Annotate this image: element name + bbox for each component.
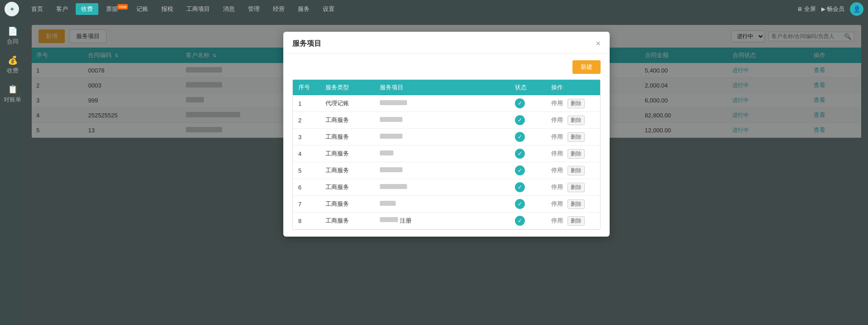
modal-row-no: 7 xyxy=(293,196,320,213)
service-modal: 服务项目 × 新建 序号 服务类型 xyxy=(283,32,610,237)
modal-row-item: ████ xyxy=(374,179,509,196)
fullscreen-btn[interactable]: 🖥 全屏 xyxy=(797,5,815,13)
nav-item-manage[interactable]: 管理 xyxy=(242,3,265,15)
stop-button[interactable]: 停用 xyxy=(551,100,563,107)
modal-row-actions: 停用 删除 xyxy=(546,129,600,146)
status-ok-icon: ✓ xyxy=(515,199,525,209)
top-navbar: ✦ 首页 客户 收费 票据 new 记账 报税 工商项目 消息 管理 经营 服务… xyxy=(0,0,868,18)
modal-table-wrap[interactable]: 序号 服务类型 服务项目 状态 操作 1 代理记账 xyxy=(292,79,601,230)
modal-row-no: 2 xyxy=(293,112,320,129)
modal-table-row: 7 工商服务 ██ ✓ 停用 删除 xyxy=(293,196,600,213)
status-ok-icon: ✓ xyxy=(515,216,525,226)
modal-row-status: ✓ xyxy=(509,146,546,162)
nav-item-customer[interactable]: 客户 xyxy=(51,3,73,15)
delete-button[interactable]: 删除 xyxy=(567,116,585,125)
modal-table-row: 3 工商服务 ████ ✓ 停用 删除 xyxy=(293,129,600,146)
sidebar-item-charge[interactable]: 💰 收费 xyxy=(1,52,24,78)
main-layout: 📄 合同 💰 收费 📋 对账单 新增 服务项目 进行中 xyxy=(0,18,868,325)
status-ok-icon: ✓ xyxy=(515,165,525,175)
nav-item-invoice[interactable]: 票据 new xyxy=(101,3,129,15)
modal-header: 服务项目 × xyxy=(283,32,610,53)
modal-close-button[interactable]: × xyxy=(596,39,601,49)
modal-table-row: 6 工商服务 ████ ✓ 停用 删除 xyxy=(293,179,600,196)
sidebar-item-contract[interactable]: 📄 合同 xyxy=(1,23,24,49)
contract-icon: 📄 xyxy=(8,26,18,36)
stop-button[interactable]: 停用 xyxy=(551,150,563,157)
nav-item-operation[interactable]: 经营 xyxy=(267,3,290,15)
modal-row-no: 5 xyxy=(293,162,320,179)
modal-row-status: ✓ xyxy=(509,95,546,112)
delete-button[interactable]: 删除 xyxy=(567,199,585,209)
modal-row-item: ████ xyxy=(374,112,509,129)
modal-row-actions: 停用 删除 xyxy=(546,179,600,196)
status-ok-icon: ✓ xyxy=(515,149,525,159)
content-area: 新增 服务项目 进行中 🔍 序号 xyxy=(25,18,868,325)
delete-button[interactable]: 删除 xyxy=(567,166,585,175)
modal-row-item: ██ xyxy=(374,146,509,162)
modal-row-status: ✓ xyxy=(509,129,546,146)
modal-row-type: 工商服务 xyxy=(320,162,374,179)
sidebar-item-contract-label: 合同 xyxy=(7,38,19,46)
modal-row-actions: 停用 删除 xyxy=(546,95,600,112)
modal-row-type: 工商服务 xyxy=(320,196,374,213)
nav-item-home[interactable]: 首页 xyxy=(26,3,48,15)
modal-body: 新建 序号 服务类型 服务项目 状态 操作 xyxy=(283,53,610,237)
modal-row-actions: 停用 删除 xyxy=(546,196,600,213)
modal-row-type: 工商服务 xyxy=(320,146,374,162)
charge-icon: 💰 xyxy=(8,55,18,65)
sidebar-item-reconcile-label: 对账单 xyxy=(4,96,21,104)
nav-item-business[interactable]: 工商项目 xyxy=(181,3,215,15)
stop-button[interactable]: 停用 xyxy=(551,116,563,123)
modal-col-status: 状态 xyxy=(509,80,546,95)
modal-row-type: 工商服务 xyxy=(320,213,374,229)
stop-button[interactable]: 停用 xyxy=(551,200,563,207)
modal-row-no: 4 xyxy=(293,146,320,162)
badge-new: new xyxy=(117,4,128,10)
modal-overlay: 服务项目 × 新建 序号 服务类型 xyxy=(25,18,868,325)
sidebar-item-reconcile[interactable]: 📋 对账单 xyxy=(1,81,24,107)
status-ok-icon: ✓ xyxy=(515,115,525,125)
stop-button[interactable]: 停用 xyxy=(551,184,563,190)
nav-item-tax[interactable]: 报税 xyxy=(156,3,179,15)
delete-button[interactable]: 删除 xyxy=(567,132,585,142)
nav-item-message[interactable]: 消息 xyxy=(218,3,240,15)
modal-new-button[interactable]: 新建 xyxy=(572,60,601,74)
modal-row-no: 6 xyxy=(293,179,320,196)
nav-item-accounting[interactable]: 记账 xyxy=(131,3,154,15)
modal-row-status: ✓ xyxy=(509,196,546,213)
avatar[interactable]: 👤 xyxy=(850,2,863,16)
modal-table-row: 5 工商服务 ████ ✓ 停用 删除 xyxy=(293,162,600,179)
modal-row-item: ████ xyxy=(374,162,509,179)
modal-row-actions: 停用 删除 xyxy=(546,146,600,162)
modal-row-item: ████ xyxy=(374,129,509,146)
modal-row-no: 1 xyxy=(293,95,320,112)
status-ok-icon: ✓ xyxy=(515,182,525,192)
vip-btn[interactable]: ▶ 畅会员 xyxy=(821,5,844,13)
modal-row-actions: 停用 删除 xyxy=(546,162,600,179)
status-ok-icon: ✓ xyxy=(515,132,525,142)
modal-col-item: 服务项目 xyxy=(374,80,509,95)
modal-table-row: 4 工商服务 ██ ✓ 停用 删除 xyxy=(293,146,600,162)
modal-col-type: 服务类型 xyxy=(320,80,374,95)
delete-button[interactable]: 删除 xyxy=(567,149,585,159)
modal-toolbar: 新建 xyxy=(292,60,601,74)
modal-row-type: 工商服务 xyxy=(320,112,374,129)
left-sidebar: 📄 合同 💰 收费 📋 对账单 xyxy=(0,18,25,325)
delete-button[interactable]: 删除 xyxy=(567,183,585,192)
stop-button[interactable]: 停用 xyxy=(551,167,563,174)
stop-button[interactable]: 停用 xyxy=(551,133,563,140)
nav-item-service[interactable]: 服务 xyxy=(292,3,315,15)
delete-button[interactable]: 删除 xyxy=(567,216,585,226)
nav-item-charge[interactable]: 收费 xyxy=(76,3,98,15)
modal-row-status: ✓ xyxy=(509,179,546,196)
delete-button[interactable]: 删除 xyxy=(567,99,585,108)
nav-item-settings[interactable]: 设置 xyxy=(317,3,340,15)
modal-row-no: 3 xyxy=(293,129,320,146)
stop-button[interactable]: 停用 xyxy=(551,217,563,224)
modal-title: 服务项目 xyxy=(292,39,321,49)
modal-row-actions: 停用 删除 xyxy=(546,112,600,129)
modal-table-row: 8 工商服务 ██ 注册 ✓ 停用 删除 xyxy=(293,213,600,229)
modal-row-status: ✓ xyxy=(509,112,546,129)
modal-col-action: 操作 xyxy=(546,80,600,95)
modal-row-no: 8 xyxy=(293,213,320,229)
